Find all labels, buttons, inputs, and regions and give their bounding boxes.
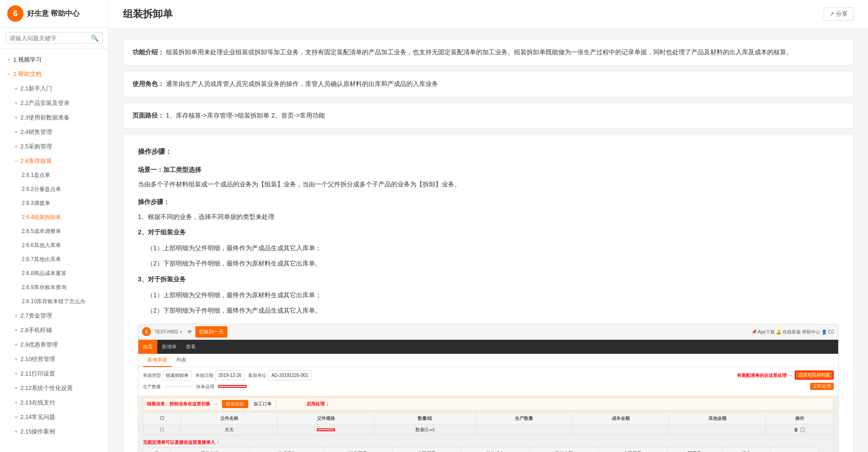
mock-type-assemble[interactable]: 组装拆卸 bbox=[222, 400, 248, 408]
mock-bcol-other: 其他金额 bbox=[529, 448, 598, 452]
mock-field-date-value[interactable]: 2019-12-26 bbox=[215, 370, 245, 381]
mock-annotation1-area: 有装配清单的在这里处理 → 选择对应材料量 bbox=[737, 371, 834, 380]
screenshot-mock: 6 TEST-H002 ▾ ⟳ 切换到一天 📌 App下载 🔔 在线客服 帮助中… bbox=[138, 324, 838, 452]
mock-row1-spec-field[interactable] bbox=[317, 428, 335, 431]
sidebar-item-video[interactable]: + 1.视频学习 bbox=[0, 52, 108, 67]
sidebar-item-2-5[interactable]: + 2.5采购管理 bbox=[0, 139, 108, 154]
mock-select-material-btn[interactable]: 选择对应材料量 bbox=[795, 371, 834, 380]
mock-bcol-avail: 可用量 bbox=[667, 448, 722, 452]
step2-sub1: （1）上部明细为父件明细，最终作为产成品生成其它入库单； bbox=[138, 242, 839, 254]
mock-tab-list[interactable]: 列表 bbox=[172, 354, 191, 367]
sidebar-item-2-6[interactable]: − 2.6库存核算 bbox=[0, 154, 108, 168]
sidebar-item-2-6-1[interactable]: 2.6.1盘点单 bbox=[0, 168, 108, 182]
expand-icon: + bbox=[7, 57, 10, 63]
mock-col-checkbox: ☐ bbox=[143, 413, 181, 424]
sidebar-item-2-1[interactable]: + 2.1新手入门 bbox=[0, 81, 108, 96]
feature-intro-block: 功能介绍： 组装拆卸单用来处理企业组装或拆卸等加工业务，支持有固定装配清单的产品… bbox=[123, 39, 854, 66]
mock-bcol-spec: 款式规格 bbox=[250, 448, 324, 452]
sidebar-item-label: 2.12系统个性化设置 bbox=[20, 384, 73, 392]
search-box[interactable]: 🔍 bbox=[5, 32, 103, 44]
sidebar-item-2-6-6[interactable]: 2.6.6其他入库单 bbox=[0, 238, 108, 252]
sidebar-item-label: 2.6.7其他出库单 bbox=[22, 256, 61, 263]
mock-nav-new[interactable]: 新增单 bbox=[157, 340, 181, 354]
sidebar-item-2-15[interactable]: + 2.15操作案例 bbox=[0, 424, 108, 439]
sidebar-item-2-6-9[interactable]: 2.6.9库存账本查询 bbox=[0, 281, 108, 295]
mock-row1-check[interactable]: ☐ bbox=[143, 424, 181, 435]
mock-annotation1-arrow: → bbox=[788, 371, 793, 380]
sidebar-item-2-2[interactable]: + 2.2产品安装及登录 bbox=[0, 96, 108, 110]
mock-nav-home[interactable]: 自页 bbox=[138, 340, 157, 354]
sidebar-item-2-6-10[interactable]: 2.6.10库存账本错了怎么办 bbox=[0, 295, 108, 309]
mock-confirm-btn[interactable]: 立即处理 bbox=[810, 383, 834, 390]
mock-sync-icon: ⟳ bbox=[188, 327, 192, 337]
step2: 2、对于组装业务 bbox=[138, 226, 839, 238]
expand-icon: + bbox=[14, 342, 18, 348]
expand-icon: + bbox=[14, 100, 18, 106]
sidebar-item-label: 2.11打印设置 bbox=[20, 370, 55, 378]
sidebar-item-label: 2.4销售管理 bbox=[20, 128, 52, 136]
sidebar-item-2-9[interactable]: + 2.9优惠券管理 bbox=[0, 338, 108, 352]
role-block: 使用角色： 通常由生产人员或库管人员完成拆装业务的操作，库管人员确认原材料的出库… bbox=[123, 71, 854, 97]
mock-row1-op[interactable]: 🗑 📋 bbox=[766, 424, 834, 435]
sidebar-item-2-7[interactable]: + 2.7资金管理 bbox=[0, 309, 108, 323]
sidebar-item-label: 2.帮助文档 bbox=[13, 70, 42, 78]
mock-field-type-value[interactable]: 组装拆卸单 bbox=[163, 370, 192, 381]
share-button[interactable]: ↗ 分享 bbox=[824, 7, 854, 21]
sidebar-item-2-8[interactable]: + 2.8手机旺铺 bbox=[0, 323, 108, 338]
sidebar-item-2-14[interactable]: + 2.14常见问题 bbox=[0, 410, 108, 424]
mock-tab-create[interactable]: 新增单据 bbox=[143, 354, 172, 367]
mock-type-buttons: 组装拆卸 加工订单 bbox=[222, 400, 276, 408]
expand-icon: − bbox=[7, 71, 10, 77]
sidebar-item-2-13[interactable]: + 2.13在线支付 bbox=[0, 395, 108, 410]
expand-icon: + bbox=[14, 129, 18, 135]
mock-switch-btn[interactable]: 切换到一天 bbox=[195, 326, 227, 338]
path-text: 1、库存核算->库存管理->组装拆卸单 2、首页->常用功能 bbox=[166, 112, 325, 119]
mock-field-type-label: 单据类型 bbox=[143, 371, 161, 380]
mock-nav-view[interactable]: 查看 bbox=[181, 340, 200, 354]
mock-row1-cost bbox=[572, 424, 669, 435]
mock-production-qty[interactable] bbox=[165, 385, 193, 387]
sidebar-item-2-6-8[interactable]: 2.6.8商品成本重算 bbox=[0, 266, 108, 281]
expand-icon: + bbox=[14, 385, 18, 391]
mock-col-parent-spec: 父件规格 bbox=[278, 413, 374, 424]
mock-dropdown-arrow: ▾ bbox=[180, 328, 182, 336]
sidebar-item-2-10[interactable]: + 2.10经营管理 bbox=[0, 352, 108, 366]
mock-col-prod-qty: 生产数量 bbox=[476, 413, 573, 424]
search-icon[interactable]: 🔍 bbox=[91, 34, 99, 42]
expand-icon: + bbox=[14, 428, 18, 435]
path-block: 页面路径： 1、库存核算->库存管理->组装拆卸单 2、首页->常用功能 bbox=[123, 103, 854, 129]
mock-split-field[interactable] bbox=[218, 385, 247, 388]
sidebar-item-2-11[interactable]: + 2.11打印设置 bbox=[0, 366, 108, 381]
mock-type-process[interactable]: 加工订单 bbox=[250, 400, 276, 408]
mock-bcol-name: 子件名称 bbox=[170, 448, 250, 452]
sidebar-item-label: 2.6.5成本调整单 bbox=[22, 228, 61, 235]
role-label: 使用角色： bbox=[132, 80, 164, 87]
mock-annotation4-arrow: ↓ bbox=[326, 400, 329, 409]
mock-annotation4-area: 启用处理 ↓ bbox=[307, 400, 329, 409]
sidebar-item-label: 2.3使用前数据准备 bbox=[20, 114, 70, 122]
logo-icon: 6 bbox=[7, 5, 24, 22]
sidebar-item-2-12[interactable]: + 2.12系统个性化设置 bbox=[0, 381, 108, 395]
mock-annotation3-text: 组装业务、拆卸业务在这里切换 bbox=[147, 400, 210, 408]
search-input[interactable] bbox=[9, 35, 91, 42]
sidebar-item-2-6-3[interactable]: 2.6.3调拨单 bbox=[0, 196, 108, 210]
logo-area: 6 好生意 帮助中心 bbox=[0, 0, 108, 28]
expand-icon: + bbox=[14, 414, 18, 420]
sidebar-item-2-6-7[interactable]: 2.6.7其他出库单 bbox=[0, 252, 108, 266]
sidebar-item-2-6-4[interactable]: 2.6.4组装拆卸单 bbox=[0, 210, 108, 224]
mock-annotation3-arrow: → bbox=[214, 400, 218, 408]
mock-row1-prod-qty bbox=[476, 424, 573, 435]
sidebar-item-2-4[interactable]: + 2.4销售管理 bbox=[0, 125, 108, 139]
sidebar-item-2-3[interactable]: + 2.3使用前数据准备 bbox=[0, 110, 108, 125]
scene-desc: 当由多个子件材料组装成一个成品的业务为【组装】业务，当由一个父件拆分成多个子产品… bbox=[138, 178, 839, 190]
steps-title: 操作步骤： bbox=[138, 196, 839, 208]
sidebar-item-2-6-2[interactable]: 2.6.2分量盘点单 bbox=[0, 182, 108, 196]
sidebar-item-label: 2.10经营管理 bbox=[20, 355, 55, 363]
mock-bottom-table-container: ☐ 子件名称 款式规格 计划用量 实际用量 单位成本 其他金额 实际用量 可用量 bbox=[138, 447, 838, 452]
feature-intro-label: 功能介绍： bbox=[132, 48, 164, 56]
sidebar-item-label: 2.6.1盘点单 bbox=[22, 171, 50, 179]
sidebar-item-label: 2.6.6其他入库单 bbox=[22, 242, 61, 249]
sidebar-item-docs[interactable]: − 2.帮助文档 bbox=[0, 67, 108, 81]
mock-field-code-value[interactable]: AD-20191226-001 bbox=[268, 370, 311, 381]
sidebar-item-2-6-5[interactable]: 2.6.5成本调整单 bbox=[0, 224, 108, 238]
